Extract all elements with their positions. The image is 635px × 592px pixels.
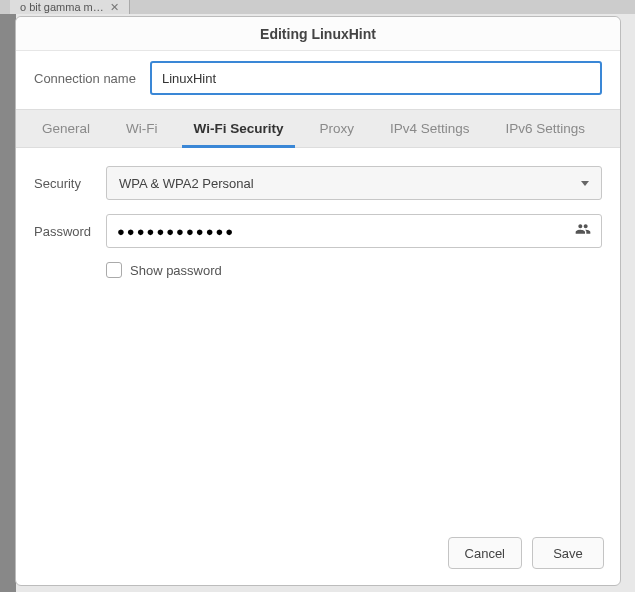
- security-select-value: WPA & WPA2 Personal: [119, 176, 254, 191]
- tab-general[interactable]: General: [24, 110, 108, 147]
- show-password-label: Show password: [130, 263, 222, 278]
- security-label: Security: [34, 176, 96, 191]
- show-password-checkbox[interactable]: [106, 262, 122, 278]
- security-select[interactable]: WPA & WPA2 Personal: [106, 166, 602, 200]
- password-field-wrap: [106, 214, 602, 248]
- tab-proxy[interactable]: Proxy: [301, 110, 372, 147]
- dialog-footer: Cancel Save: [16, 525, 620, 585]
- connection-name-input[interactable]: [150, 61, 602, 95]
- tab-ipv6-settings[interactable]: IPv6 Settings: [487, 110, 603, 147]
- password-label: Password: [34, 224, 96, 239]
- users-icon[interactable]: [575, 221, 591, 241]
- password-row: Password: [34, 214, 602, 248]
- chevron-down-icon: [581, 181, 589, 186]
- dialog-title: Editing LinuxHint: [16, 17, 620, 51]
- tab-ipv4-settings[interactable]: IPv4 Settings: [372, 110, 488, 147]
- background-left-strip: [0, 0, 16, 592]
- tabs-bar: General Wi-Fi Wi-Fi Security Proxy IPv4 …: [16, 109, 620, 148]
- save-button[interactable]: Save: [532, 537, 604, 569]
- show-password-row: Show password: [106, 262, 602, 278]
- tab-content: Security WPA & WPA2 Personal Password Sh…: [16, 148, 620, 525]
- connection-name-row: Connection name: [16, 51, 620, 109]
- background-tab: o bit gamma m… ✕: [10, 0, 130, 14]
- close-icon: ✕: [110, 1, 119, 14]
- tab-wifi-security[interactable]: Wi-Fi Security: [176, 110, 302, 147]
- connection-name-label: Connection name: [34, 71, 136, 86]
- cancel-button[interactable]: Cancel: [448, 537, 522, 569]
- background-tab-text: o bit gamma m…: [20, 1, 104, 13]
- password-input[interactable]: [117, 224, 575, 239]
- security-row: Security WPA & WPA2 Personal: [34, 166, 602, 200]
- edit-connection-dialog: Editing LinuxHint Connection name Genera…: [15, 16, 621, 586]
- tab-wifi[interactable]: Wi-Fi: [108, 110, 175, 147]
